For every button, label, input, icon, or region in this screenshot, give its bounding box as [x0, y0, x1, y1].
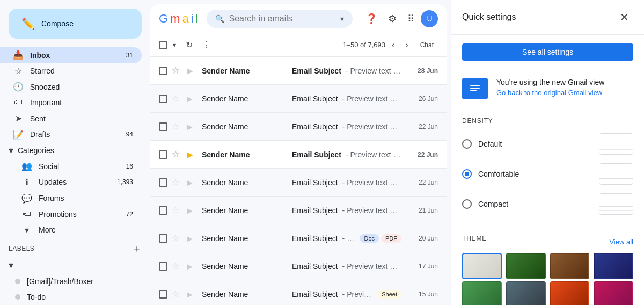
previous-page-button[interactable]: ‹ [387, 36, 399, 54]
star-icon[interactable]: ☆ [172, 289, 182, 299]
theme-swatch-8[interactable] [594, 281, 633, 305]
theme-swatch-6[interactable] [506, 281, 546, 305]
nav-sent[interactable]: ➤ Sent [0, 111, 142, 127]
nav-social[interactable]: 👥 Social 16 [0, 158, 142, 175]
star-icon[interactable]: ☆ [172, 121, 182, 132]
email-row[interactable]: ☆ ▶ Sender Name Email Subject Preview te… [150, 169, 447, 197]
select-all-checkbox[interactable] [159, 41, 167, 49]
label-dot-icon [15, 279, 20, 284]
nav-inbox[interactable]: 📥 Inbox 31 [0, 47, 142, 63]
go-back-link[interactable]: Go back to the original Gmail view [496, 89, 604, 97]
email-subject: Email Subject [292, 206, 338, 215]
view-all-themes-button[interactable]: View all [609, 238, 633, 246]
important-marker-icon: ▶ [187, 122, 197, 131]
sender-name: Sender Name [202, 178, 288, 187]
email-checkbox[interactable] [159, 206, 167, 215]
nav-starred[interactable]: ☆ Starred [0, 63, 142, 79]
star-icon[interactable]: ☆ [172, 149, 182, 159]
star-icon: ☆ [13, 66, 24, 76]
search-bar[interactable]: 🔍 ▾ [207, 10, 353, 28]
labels-section-toggle[interactable]: ▾ [0, 257, 142, 273]
important-marker-icon: ▶ [187, 95, 197, 103]
density-compact-radio[interactable] [462, 199, 472, 209]
nav-snoozed[interactable]: 🕐 Snoozed [0, 79, 142, 95]
star-icon[interactable]: ☆ [172, 205, 182, 215]
density-default-preview [599, 133, 633, 155]
star-icon[interactable]: ☆ [172, 261, 182, 271]
label-gmail-trash[interactable]: [Gmail]/Trash/Boxer [0, 273, 142, 289]
density-default[interactable]: Default [462, 131, 633, 157]
nav-updates-label: Updates [39, 178, 111, 186]
email-row[interactable]: ☆ ▶ Sender Name Email Subject Preview te… [150, 113, 447, 141]
density-comfortable-radio[interactable] [462, 169, 472, 179]
refresh-button[interactable]: ↻ [181, 35, 197, 54]
email-checkbox[interactable] [159, 122, 167, 131]
email-row[interactable]: ☆ ▶ Sender Name Email Subject Preview te… [150, 57, 447, 85]
theme-swatch-2[interactable] [506, 253, 546, 279]
new-view-text: You're using the new Gmail view Go back … [496, 78, 604, 97]
inbox-icon: 📥 [13, 50, 24, 60]
nav-promotions[interactable]: 🏷 Promotions 72 [0, 206, 142, 222]
sender-name: Sender Name [202, 206, 288, 215]
theme-swatch-5[interactable] [462, 281, 502, 305]
theme-swatch-1[interactable] [462, 253, 502, 279]
avatar[interactable]: U [421, 10, 438, 27]
email-snippet: Preview text here [346, 150, 401, 159]
star-icon[interactable]: ☆ [172, 93, 182, 104]
compose-button[interactable]: ✏️ Compose [9, 9, 142, 39]
gmail-view-icon [462, 78, 488, 99]
search-input[interactable] [229, 14, 336, 24]
email-row[interactable]: ☆ ▶ Sender Name Email Subject Preview te… [150, 197, 447, 224]
email-checkbox[interactable] [159, 150, 167, 159]
nav-more[interactable]: ▾ More [0, 222, 142, 238]
density-compact[interactable]: Compact [462, 191, 633, 217]
more-options-button[interactable]: ⋮ [198, 35, 215, 54]
important-icon: 🏷 [13, 98, 24, 107]
search-options-icon[interactable]: ▾ [340, 14, 344, 23]
email-checkbox[interactable] [159, 178, 167, 187]
email-checkbox[interactable] [159, 67, 167, 75]
email-snippet: Preview text here [342, 206, 401, 215]
settings-button[interactable]: ⚙ [384, 9, 401, 29]
next-page-button[interactable]: › [401, 36, 412, 54]
nav-inbox-count: 31 [126, 52, 133, 59]
close-quick-settings-button[interactable]: ✕ [616, 9, 633, 26]
select-dropdown-button[interactable]: ▾ [169, 37, 180, 53]
email-content: Email Subject Preview text here Doc PDF [292, 234, 401, 243]
email-checkbox[interactable] [159, 95, 167, 103]
email-row[interactable]: ☆ ▶ Sender Name Email Subject Preview te… [150, 224, 447, 252]
label-to-do[interactable]: To-do [0, 289, 142, 305]
email-row[interactable]: ☆ ▶ Sender Name Email Subject Preview te… [150, 252, 447, 280]
sent-icon: ➤ [13, 113, 24, 124]
density-default-radio[interactable] [462, 139, 472, 149]
email-row[interactable]: ☆ ▶ Sender Name Email Subject Preview te… [150, 280, 447, 301]
email-checkbox[interactable] [159, 234, 167, 243]
theme-swatch-7[interactable] [550, 281, 590, 305]
theme-swatch-3[interactable] [550, 253, 590, 279]
nav-more-label: More [39, 226, 133, 234]
nav-important[interactable]: 🏷 Important [0, 95, 142, 111]
email-checkbox[interactable] [159, 262, 167, 271]
nav-updates[interactable]: ℹ Updates 1,393 [0, 175, 142, 191]
nav-promotions-label: Promotions [39, 210, 120, 219]
density-comfortable[interactable]: Comfortable [462, 161, 633, 187]
email-row[interactable]: ☆ ▶ Sender Name Email Subject Preview te… [150, 85, 447, 113]
add-label-icon[interactable]: ＋ [132, 242, 142, 255]
see-all-settings-button[interactable]: See all settings [462, 43, 633, 61]
help-button[interactable]: ❓ [361, 9, 382, 29]
email-checkbox[interactable] [159, 290, 167, 299]
label-todo-dot-icon [15, 294, 20, 300]
star-icon[interactable]: ☆ [172, 177, 182, 187]
nav-social-label: Social [39, 162, 120, 171]
star-icon[interactable]: ☆ [172, 233, 182, 243]
chat-label-button[interactable]: Chat [416, 39, 438, 51]
star-icon[interactable]: ☆ [172, 66, 182, 76]
email-row[interactable]: ☆ ▶ Sender Name Email Subject Preview te… [150, 141, 447, 169]
nav-forums[interactable]: 💬 Forums [0, 190, 142, 206]
nav-drafts[interactable]: 📝 Drafts 94 [0, 127, 142, 143]
categories-section-header[interactable]: ▾ Categories [0, 142, 142, 158]
theme-swatch-4[interactable] [594, 253, 633, 279]
apps-button[interactable]: ⠿ [403, 9, 419, 29]
forums-icon: 💬 [21, 193, 32, 204]
email-content: Email Subject Preview text here Sheet [292, 290, 401, 299]
